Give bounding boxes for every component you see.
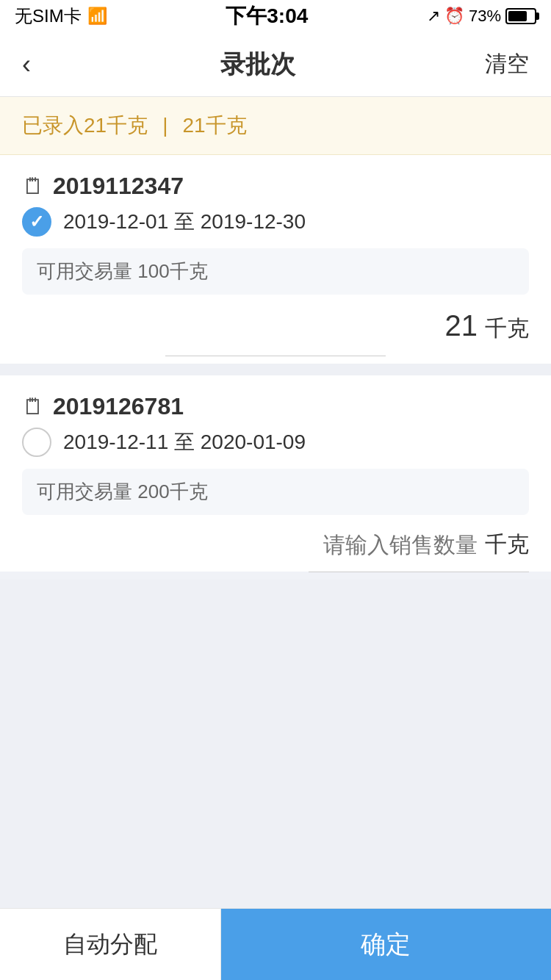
batch-doc-icon-1: 🗒 — [22, 174, 44, 199]
input-row-2: 千克 — [0, 515, 551, 572]
batch-item-1: 🗒 2019112347 ✓ 2019-12-01 至 2019-12-30 可… — [0, 155, 551, 295]
battery-icon — [505, 8, 536, 24]
clear-button[interactable]: 清空 — [485, 49, 529, 79]
quantity-input-2[interactable] — [287, 533, 478, 558]
page-title: 录批次 — [220, 48, 295, 82]
batch-date-row-1: ✓ 2019-12-01 至 2019-12-30 — [22, 207, 529, 237]
radio-button-1[interactable]: ✓ — [22, 207, 51, 237]
status-bar: 无SIM卡 📶 下午3:04 ↗ ⏰ 73% — [0, 0, 551, 32]
batch-date-1: 2019-12-01 至 2019-12-30 — [63, 208, 306, 236]
batch-header-1: 🗒 2019112347 — [22, 173, 529, 200]
amount-value-1: 21 — [445, 309, 478, 342]
status-right: ↗ ⏰ 73% — [427, 7, 536, 26]
summary-divider: | — [162, 114, 168, 137]
radio-button-2[interactable] — [22, 428, 51, 457]
amount-unit-1: 千克 — [485, 314, 529, 344]
batch-doc-icon-2: 🗒 — [22, 394, 44, 419]
summary-value: 21千克 — [182, 112, 246, 140]
batch-date-row-2: 2019-12-11 至 2020-01-09 — [22, 428, 529, 457]
input-underline-2 — [309, 572, 529, 572]
auto-distribute-button[interactable]: 自动分配 — [0, 909, 221, 980]
battery-percent: 73% — [469, 7, 501, 26]
amount-row-1: 21 千克 — [0, 295, 551, 356]
batch-availability-2: 可用交易量 200千克 — [22, 469, 529, 515]
summary-banner: 已录入21千克 | 21千克 — [0, 97, 551, 155]
section-divider — [0, 364, 551, 375]
qty-unit-2: 千克 — [485, 530, 529, 560]
summary-label: 已录入21千克 — [22, 112, 148, 140]
back-button[interactable]: ‹ — [22, 49, 31, 80]
location-icon: ↗ — [427, 7, 440, 26]
check-icon-1: ✓ — [29, 212, 44, 232]
batch-id-2: 2019126781 — [53, 393, 184, 420]
confirm-button[interactable]: 确定 — [221, 909, 551, 980]
batch-id-1: 2019112347 — [53, 173, 184, 200]
amount-underline-1 — [165, 356, 386, 356]
status-time: 下午3:04 — [226, 2, 308, 30]
carrier-text: 无SIM卡 — [15, 4, 82, 28]
wifi-icon: 📶 — [87, 7, 107, 26]
empty-content-area — [0, 580, 551, 918]
batch-date-2: 2019-12-11 至 2020-01-09 — [63, 428, 306, 456]
nav-bar: ‹ 录批次 清空 — [0, 32, 551, 97]
batch-availability-1: 可用交易量 100千克 — [22, 248, 529, 295]
batch-header-2: 🗒 2019126781 — [22, 393, 529, 420]
status-left: 无SIM卡 📶 — [15, 4, 107, 28]
alarm-icon: ⏰ — [444, 7, 464, 26]
divider-wrapper-1 — [0, 356, 551, 364]
bottom-bar: 自动分配 确定 — [0, 908, 551, 980]
batch-item-2: 🗒 2019126781 2019-12-11 至 2020-01-09 可用交… — [0, 375, 551, 515]
